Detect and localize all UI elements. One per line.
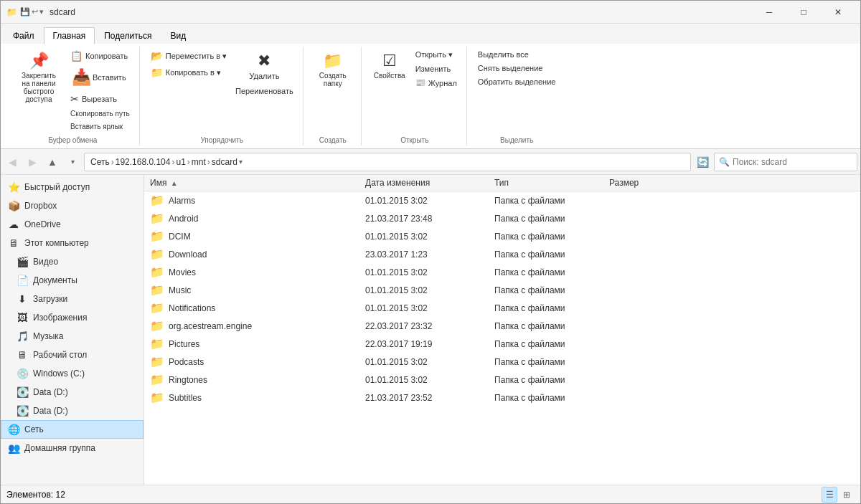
table-row[interactable]: 📁 Ringtones 01.01.2015 3:02 Папка с файл… (144, 371, 860, 389)
sidebar-item-windows-c[interactable]: 💿 Windows (C:) (1, 364, 144, 383)
copy-to-button[interactable]: 📁 Копировать в ▾ (147, 65, 230, 80)
file-name-cell: 📁 Podcasts (144, 355, 359, 369)
save-icon[interactable]: 💾 (20, 7, 30, 16)
cut-button[interactable]: ✂ Вырезать (67, 91, 133, 107)
maximize-button[interactable]: □ (787, 1, 820, 24)
select-items: Выделить все Снять выделение Обратить вы… (474, 48, 560, 144)
ribbon-group-new: 📁 Создать папку Создать (305, 47, 362, 146)
new-folder-button[interactable]: 📁 Создать папку (311, 48, 355, 91)
table-row[interactable]: 📁 DCIM 01.01.2015 3:02 Папка с файлами (144, 227, 860, 245)
delete-button[interactable]: ✖ Удалить (232, 48, 297, 84)
select-all-button[interactable]: Выделить все (474, 48, 560, 61)
folder-icon: 📁 (150, 247, 164, 261)
sidebar-item-images[interactable]: 🖼 Изображения (1, 308, 144, 327)
paste-button[interactable]: 📥 Вставить (67, 65, 133, 90)
new-folder-icon: 📁 (323, 52, 342, 70)
file-type-cell: Папка с файлами (489, 285, 603, 295)
sidebar-item-home-group[interactable]: 👥 Домашняя группа (1, 439, 144, 457)
table-row[interactable]: 📁 Podcasts 01.01.2015 3:02 Папка с файла… (144, 353, 860, 371)
table-row[interactable]: 📁 Alarms 01.01.2015 3:02 Папка с файлами (144, 191, 860, 209)
history-button[interactable]: 📰 Журнал (412, 76, 461, 90)
ribbon-group-clipboard: 📌 Закрепить на панели быстрого доступа 📋… (6, 47, 140, 146)
file-type-cell: Папка с файлами (489, 196, 603, 206)
breadcrumb-ip[interactable]: 192.168.0.104 (116, 157, 171, 167)
breadcrumb-u1[interactable]: u1 (176, 157, 185, 167)
deselect-button[interactable]: Снять выделение (474, 62, 560, 75)
close-button[interactable]: ✕ (822, 1, 855, 24)
table-row[interactable]: 📁 org.acestream.engine 22.03.2017 23:32 … (144, 317, 860, 335)
tab-share[interactable]: Поделиться (95, 27, 161, 44)
sidebar-item-downloads[interactable]: ⬇ Загрузки (1, 290, 144, 308)
sidebar-item-documents[interactable]: 📄 Документы (1, 271, 144, 290)
scissors-icon: ✂ (70, 93, 79, 105)
tab-view[interactable]: Вид (161, 27, 195, 44)
table-row[interactable]: 📁 Pictures 22.03.2017 19:19 Папка с файл… (144, 335, 860, 353)
minimize-button[interactable]: ─ (753, 1, 786, 24)
address-bar[interactable]: Сеть › 192.168.0.104 › u1 › mnt › sdcard… (84, 153, 691, 171)
sidebar-item-video[interactable]: 🎬 Видео (1, 252, 144, 271)
move-to-button[interactable]: 📂 Переместить в ▾ (147, 48, 230, 64)
file-type-cell: Папка с файлами (489, 375, 603, 385)
move-icon: 📂 (151, 50, 163, 62)
main-content: ⭐ Быстрый доступ 📦 Dropbox ☁ OneDrive 🖥 … (1, 175, 860, 485)
tab-home[interactable]: Главная (44, 27, 95, 44)
open-button[interactable]: Открыть ▾ (412, 48, 461, 62)
breadcrumb-mnt[interactable]: mnt (192, 157, 206, 167)
recent-button[interactable]: ▾ (64, 153, 81, 171)
tab-file[interactable]: Файл (4, 27, 44, 44)
col-header-type[interactable]: Тип (489, 178, 603, 188)
table-row[interactable]: 📁 Movies 01.01.2015 3:02 Папка с файлами (144, 263, 860, 281)
invert-selection-button[interactable]: Обратить выделение (474, 75, 560, 88)
sidebar-item-dropbox[interactable]: 📦 Dropbox (1, 196, 144, 215)
sidebar-item-quick-access[interactable]: ⭐ Быстрый доступ (1, 178, 144, 196)
breadcrumb-net[interactable]: Сеть (90, 157, 110, 167)
file-type-cell: Папка с файлами (489, 249, 603, 260)
paste-shortcut-button[interactable]: Вставить ярлык (67, 120, 133, 133)
file-type-cell: Папка с файлами (489, 214, 603, 224)
copy-button[interactable]: 📋 Копировать (67, 48, 133, 64)
sidebar-item-this-pc[interactable]: 🖥 Этот компьютер (1, 234, 144, 252)
table-row[interactable]: 📁 Notifications 01.01.2015 3:02 Папка с … (144, 299, 860, 317)
clipboard-items: 📌 Закрепить на панели быстрого доступа 📋… (12, 48, 133, 144)
col-header-size[interactable]: Размер (603, 178, 690, 188)
ribbon: 📌 Закрепить на панели быстрого доступа 📋… (1, 44, 860, 149)
refresh-button[interactable]: 🔄 (694, 153, 711, 171)
view-large-icons-button[interactable]: ⊞ (839, 487, 855, 503)
copy-path-button[interactable]: Скопировать путь (67, 108, 133, 120)
undo-icon[interactable]: ↩ (32, 7, 38, 16)
back-button[interactable]: ◀ (4, 153, 21, 171)
file-date-cell: 23.03.2017 1:23 (359, 249, 489, 260)
rename-button[interactable]: Переименовать (232, 85, 297, 98)
pin-icon: 📌 (29, 52, 49, 70)
sidebar-item-data-d1[interactable]: 💽 Data (D:) (1, 383, 144, 401)
file-rows-container: 📁 Alarms 01.01.2015 3:02 Папка с файлами… (144, 191, 860, 406)
file-name-cell: 📁 Subtitles (144, 391, 359, 404)
sidebar-item-desktop[interactable]: 🖥 Рабочий стол (1, 346, 144, 364)
sidebar-item-data-d2[interactable]: 💽 Data (D:) (1, 401, 144, 420)
edit-button[interactable]: Изменить (412, 62, 461, 75)
sidebar-item-network[interactable]: 🌐 Сеть (1, 420, 144, 439)
view-details-button[interactable]: ☰ (822, 487, 837, 503)
downloads-icon: ⬇ (16, 293, 29, 305)
star-icon: ⭐ (7, 181, 20, 193)
pin-button[interactable]: 📌 Закрепить на панели быстрого доступа (12, 48, 65, 107)
table-row[interactable]: 📁 Subtitles 21.03.2017 23:52 Папка с фай… (144, 389, 860, 406)
file-name: Subtitles (169, 393, 202, 403)
address-area: ◀ ▶ ▲ ▾ Сеть › 192.168.0.104 › u1 › mnt … (1, 149, 860, 175)
dropdown-icon[interactable]: ▾ (39, 7, 44, 16)
sidebar-item-onedrive[interactable]: ☁ OneDrive (1, 215, 144, 234)
col-header-name[interactable]: Имя ▲ (144, 178, 359, 188)
breadcrumb-sdcard[interactable]: sdcard (212, 157, 237, 167)
up-button[interactable]: ▲ (44, 153, 61, 171)
file-name-cell: 📁 Ringtones (144, 373, 359, 386)
search-input[interactable] (733, 157, 852, 167)
table-row[interactable]: 📁 Android 21.03.2017 23:48 Папка с файла… (144, 209, 860, 227)
table-row[interactable]: 📁 Download 23.03.2017 1:23 Папка с файла… (144, 245, 860, 263)
table-row[interactable]: 📁 Music 01.01.2015 3:02 Папка с файлами (144, 281, 860, 299)
forward-button[interactable]: ▶ (24, 153, 41, 171)
properties-button[interactable]: ☑ Свойства (369, 48, 410, 83)
copy-to-icon: 📁 (151, 67, 163, 78)
search-bar: 🔍 (714, 153, 857, 171)
col-header-date[interactable]: Дата изменения (359, 178, 489, 188)
sidebar-item-music[interactable]: 🎵 Музыка (1, 327, 144, 346)
